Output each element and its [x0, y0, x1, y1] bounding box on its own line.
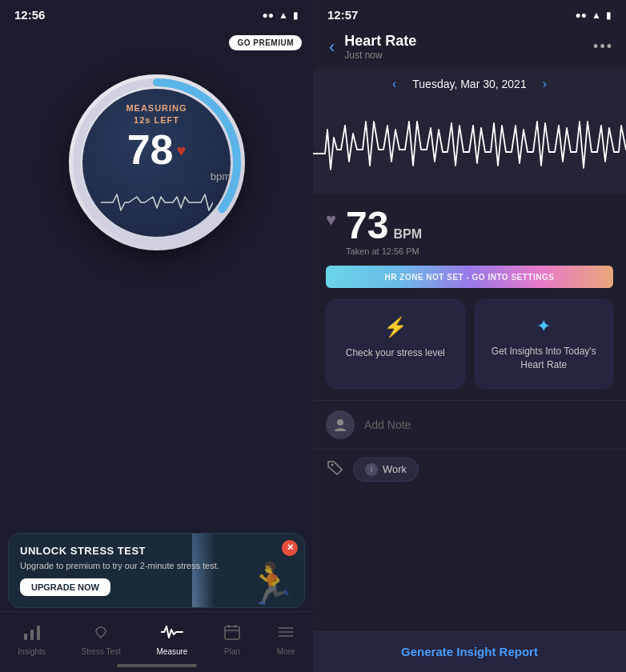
close-banner-button[interactable]: ✕ — [282, 540, 298, 556]
battery-icon: ▮ — [293, 10, 299, 21]
signal-icon: ▲ — [279, 10, 288, 21]
stress-test-icon — [92, 624, 110, 644]
status-bar-left: 12:56 ●● ▲ ▮ — [0, 0, 313, 26]
status-icons-right: ●● ▲ ▮ — [576, 10, 612, 21]
svg-rect-3 — [30, 630, 34, 640]
sun-icon: ✦ — [536, 316, 551, 337]
wifi-icon: ●● — [263, 10, 275, 21]
nav-plan-label: Plan — [224, 647, 240, 656]
svg-point-13 — [337, 419, 343, 426]
go-premium-button[interactable]: GO PREMIUM — [229, 35, 302, 50]
status-time-left: 12:56 — [14, 8, 45, 22]
generate-report-button[interactable]: Generate Insight Report — [313, 631, 626, 672]
user-avatar — [326, 410, 355, 439]
nav-stress-label: Stress Test — [82, 647, 121, 656]
svg-rect-5 — [225, 626, 239, 639]
plan-icon — [223, 624, 241, 644]
insights-card-label: Get Insights Into Today's Heart Rate — [487, 345, 602, 372]
insights-icon — [23, 624, 41, 644]
bpm-section: ♥ 73 BPM Taken at 12:56 PM — [313, 194, 626, 266]
svg-point-14 — [331, 464, 334, 466]
more-icon — [277, 624, 295, 644]
right-panel: 12:57 ●● ▲ ▮ ‹ Heart Rate Just now ••• ‹… — [313, 0, 626, 672]
heartbeat-line — [101, 190, 213, 214]
nav-stress-test[interactable]: Stress Test — [72, 618, 130, 662]
note-section: Add Note — [313, 400, 626, 449]
tag-icon — [326, 458, 345, 480]
status-icons-left: ●● ▲ ▮ — [263, 10, 299, 21]
gauge-inner: MEASURING 12s LEFT 78 ♥ bpm — [82, 89, 231, 237]
chart-date: Tuesday, Mar 30, 2021 — [412, 78, 526, 90]
bpm-large-unit: BPM — [393, 227, 422, 242]
nav-insights-label: Insights — [18, 647, 45, 656]
status-time-right: 12:57 — [327, 8, 358, 22]
wifi-icon-right: ●● — [576, 10, 588, 21]
back-button[interactable]: ‹ — [326, 34, 338, 61]
home-indicator-left — [117, 664, 197, 667]
insights-card[interactable]: ✦ Get Insights Into Today's Heart Rate — [475, 299, 614, 389]
chart-navigation: ‹ Tuesday, Mar 30, 2021 › — [313, 77, 626, 98]
chart-area: ‹ Tuesday, Mar 30, 2021 › — [313, 69, 626, 194]
tag-info-icon: i — [365, 463, 378, 476]
bottom-navigation: Insights Stress Test Measure — [0, 611, 313, 672]
bpm-unit-left: bpm — [211, 170, 231, 182]
work-tag-label: Work — [383, 463, 407, 475]
stress-level-card[interactable]: ⚡ Check your stress level — [326, 299, 465, 389]
unlock-title: UNLOCK STRESS TEST — [20, 545, 293, 557]
add-note-input[interactable]: Add Note — [364, 418, 411, 431]
lightning-icon: ⚡ — [383, 316, 407, 338]
chart-prev-button[interactable]: ‹ — [392, 77, 396, 91]
battery-icon-right: ▮ — [606, 10, 612, 21]
heart-icon-main: ♥ — [326, 210, 336, 230]
hr-zone-bar[interactable]: HR ZONE NOT SET - GO INTO SETTINGS — [326, 266, 613, 288]
gauge-container: MEASURING 12s LEFT 78 ♥ bpm — [69, 74, 245, 250]
work-tag[interactable]: i Work — [353, 458, 419, 482]
more-options-button[interactable]: ••• — [593, 38, 613, 55]
nav-plan[interactable]: Plan — [214, 618, 251, 662]
bpm-value: 78 — [127, 129, 174, 170]
screen-title: Heart Rate — [344, 33, 593, 50]
bpm-info: 73 BPM Taken at 12:56 PM — [346, 206, 613, 256]
status-bar-right: 12:57 ●● ▲ ▮ — [313, 0, 626, 26]
svg-rect-4 — [37, 626, 40, 640]
svg-rect-2 — [24, 634, 27, 640]
action-cards-container: ⚡ Check your stress level ✦ Get Insights… — [313, 299, 626, 400]
nav-measure-label: Measure — [157, 647, 188, 656]
header-title-group: Heart Rate Just now — [344, 33, 593, 61]
stress-level-label: Check your stress level — [346, 346, 445, 360]
chart-next-button[interactable]: › — [543, 77, 547, 91]
measure-icon — [161, 624, 183, 644]
hr-zone-text: HR ZONE NOT SET - GO INTO SETTINGS — [385, 273, 555, 282]
nav-more-label: More — [277, 647, 295, 656]
measuring-label: MEASURING 12s LEFT — [126, 102, 187, 126]
header-right: ‹ Heart Rate Just now ••• — [313, 26, 626, 69]
screen-subtitle: Just now — [344, 50, 593, 61]
upgrade-now-button[interactable]: UPGRADE NOW — [20, 578, 110, 596]
unlock-text-group: UNLOCK STRESS TEST Upgrade to premium to… — [20, 545, 293, 596]
nav-more[interactable]: More — [267, 618, 305, 662]
generate-report-label: Generate Insight Report — [401, 645, 538, 658]
bpm-large-display: 73 BPM — [346, 206, 613, 245]
chart-svg — [313, 98, 626, 194]
spacer — [313, 490, 626, 631]
unlock-stress-banner: 🏃 UNLOCK STRESS TEST Upgrade to premium … — [8, 533, 305, 608]
tags-section: i Work — [313, 449, 626, 490]
heart-rate-chart — [313, 98, 626, 194]
nav-measure[interactable]: Measure — [147, 618, 198, 662]
heart-icon-gauge: ♥ — [176, 142, 186, 160]
signal-icon-right: ▲ — [592, 10, 601, 21]
unlock-description: Upgrade to premium to try our 2-minute s… — [20, 560, 293, 572]
taken-at-label: Taken at 12:56 PM — [346, 246, 613, 256]
bpm-display: 78 ♥ — [127, 129, 187, 170]
left-panel: 12:56 ●● ▲ ▮ GO PREMIUM MEASURING 12s LE… — [0, 0, 313, 672]
nav-insights[interactable]: Insights — [8, 618, 54, 662]
bpm-large-value: 73 — [346, 206, 388, 245]
